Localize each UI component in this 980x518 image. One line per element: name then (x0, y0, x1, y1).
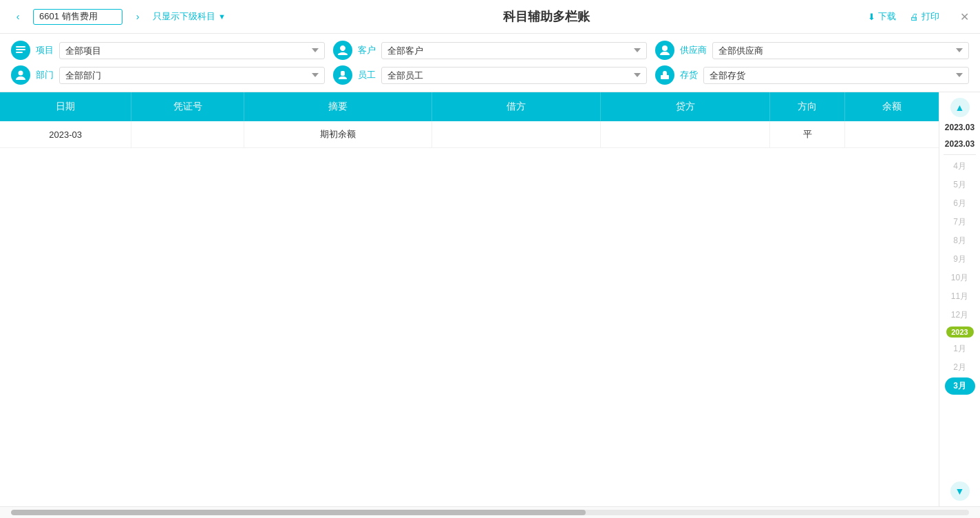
scrollbar-thumb (11, 510, 586, 515)
close-button[interactable]: ✕ (960, 10, 969, 23)
svg-rect-5 (341, 71, 345, 76)
timeline-item[interactable]: 12月 (939, 307, 980, 324)
inventory-label: 存货 (680, 69, 698, 81)
supplier-icon (655, 41, 674, 60)
data-table: 日期 凭证号 摘要 借方 贷方 方向 余额 2023-03期初余额平 (0, 92, 939, 148)
col-date: 日期 (0, 92, 131, 121)
filter-customer: 客户 全部客户 (333, 41, 647, 60)
filter-employee: 员工 全部员工 (333, 65, 647, 85)
table-cell: 2023-03 (0, 121, 131, 148)
employee-label: 员工 (358, 69, 376, 81)
print-button[interactable]: 🖨 打印 (910, 10, 939, 23)
timeline-item[interactable]: 11月 (939, 288, 980, 305)
show-sub-accounts-toggle[interactable]: 只显示下级科目 ▼ (153, 10, 226, 23)
filter-inventory: 存货 全部存货 (655, 65, 969, 85)
col-direction: 方向 (769, 92, 844, 121)
filter-bar: 项目 全部项目 客户 全部客户 供应商 (0, 34, 980, 92)
timeline-item[interactable]: 5月 (939, 176, 980, 194)
next-account-button[interactable]: › (131, 11, 145, 22)
timeline-item[interactable]: 10月 (939, 269, 980, 287)
filter-supplier: 供应商 全部供应商 (655, 41, 969, 60)
title-actions: ⬇ 下载 🖨 打印 ✕ (868, 10, 969, 23)
timeline-item[interactable]: 2023.03 (939, 136, 980, 152)
table-cell (601, 121, 770, 148)
timeline-up-button[interactable]: ▲ (950, 98, 970, 117)
table-wrapper: 日期 凭证号 摘要 借方 贷方 方向 余额 2023-03期初余额平 ▲ (0, 92, 980, 506)
show-sub-label: 只显示下级科目 (153, 10, 215, 23)
table-main[interactable]: 日期 凭证号 摘要 借方 贷方 方向 余额 2023-03期初余额平 (0, 92, 939, 506)
supplier-label: 供应商 (680, 44, 707, 56)
main-window: ‹ › 只显示下级科目 ▼ 科目辅助多栏账 ⬇ 下载 🖨 打印 ✕ (0, 0, 980, 518)
timeline-item[interactable]: 2月 (939, 359, 980, 376)
timeline-item[interactable]: 2023.03 (939, 120, 980, 135)
timeline-down-button[interactable]: ▼ (950, 481, 970, 501)
col-balance: 余额 (845, 92, 939, 121)
timeline-item[interactable]: 4月 (939, 158, 980, 175)
table-cell: 期初余额 (244, 121, 432, 148)
customer-icon (333, 41, 352, 60)
employee-select[interactable]: 全部员工 (381, 67, 647, 84)
timeline-item[interactable]: 3月 (945, 377, 975, 395)
department-label: 部门 (36, 69, 54, 81)
col-summary: 摘要 (244, 92, 432, 121)
filter-project: 项目 全部项目 (11, 41, 325, 60)
svg-rect-0 (16, 46, 25, 48)
account-code-input[interactable] (33, 9, 122, 25)
timeline-panel: ▲ 2023.032023.034月5月6月7月8月9月10月11月12月202… (939, 92, 980, 506)
project-icon (11, 41, 30, 60)
timeline-items: 2023.032023.034月5月6月7月8月9月10月11月12月20231… (939, 120, 980, 479)
supplier-select[interactable]: 全部供应商 (712, 42, 969, 59)
table-row[interactable]: 2023-03期初余额平 (0, 121, 939, 148)
project-label: 项目 (36, 44, 54, 56)
department-select[interactable]: 全部部门 (59, 67, 325, 84)
timeline-item[interactable]: 8月 (939, 232, 980, 249)
table-header-row: 日期 凭证号 摘要 借方 贷方 方向 余额 (0, 92, 939, 121)
department-icon (11, 65, 30, 85)
svg-rect-6 (661, 75, 669, 79)
prev-account-button[interactable]: ‹ (11, 11, 25, 22)
col-credit: 贷方 (601, 92, 770, 121)
inventory-select[interactable]: 全部存货 (703, 67, 969, 84)
page-title: 科目辅助多栏账 (234, 8, 860, 25)
svg-rect-1 (16, 49, 25, 50)
print-label: 打印 (922, 10, 939, 23)
col-debit: 借方 (432, 92, 601, 121)
timeline-item[interactable]: 6月 (939, 195, 980, 212)
timeline-item[interactable]: 2023 (946, 327, 974, 338)
customer-select[interactable]: 全部客户 (381, 42, 647, 59)
download-icon: ⬇ (868, 12, 875, 22)
table-cell (131, 121, 244, 148)
svg-point-4 (19, 71, 23, 76)
table-cell (432, 121, 601, 148)
timeline-item[interactable]: 9月 (939, 251, 980, 268)
download-label: 下载 (878, 10, 896, 23)
filter-department: 部门 全部部门 (11, 65, 325, 85)
employee-icon (333, 65, 352, 85)
table-cell (845, 121, 939, 148)
table-cell: 平 (769, 121, 844, 148)
print-icon: 🖨 (910, 12, 919, 22)
horizontal-scrollbar[interactable] (11, 510, 969, 515)
chevron-down-icon: ▼ (218, 12, 226, 21)
download-button[interactable]: ⬇ 下载 (868, 10, 896, 23)
inventory-icon (655, 65, 674, 85)
col-voucher: 凭证号 (131, 92, 244, 121)
title-bar: ‹ › 只显示下级科目 ▼ 科目辅助多栏账 ⬇ 下载 🖨 打印 ✕ (0, 0, 980, 34)
bottom-scrollbar-area[interactable] (0, 506, 980, 518)
svg-point-3 (662, 45, 668, 51)
project-select[interactable]: 全部项目 (59, 42, 325, 59)
svg-rect-2 (16, 52, 23, 53)
timeline-item[interactable]: 1月 (939, 340, 980, 358)
timeline-item[interactable]: 7月 (939, 214, 980, 231)
customer-label: 客户 (358, 44, 376, 56)
